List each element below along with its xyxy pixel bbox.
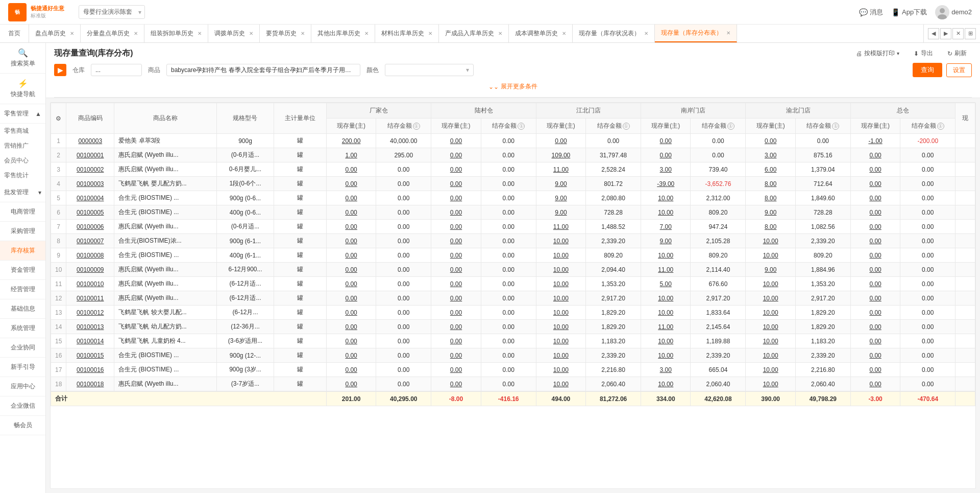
- tab-close-7[interactable]: ✕: [428, 31, 432, 36]
- table-cell: 罐: [274, 291, 327, 306]
- table-cell: 31,797.48: [586, 148, 641, 162]
- sidebar-item-system[interactable]: 系统管理: [0, 319, 45, 338]
- sidebar-item-appcenter[interactable]: 应用中心: [0, 377, 45, 396]
- sidebar-item-wholesale[interactable]: 批发管理 ▾: [0, 183, 45, 202]
- tab-close-3[interactable]: ✕: [198, 31, 202, 36]
- goods-input[interactable]: [166, 64, 360, 76]
- jb-amt-info-icon[interactable]: ①: [623, 123, 630, 130]
- setting-btn[interactable]: 设置: [946, 63, 972, 77]
- tab-prev-btn[interactable]: ◀: [928, 28, 939, 39]
- table-cell: 1,833.64: [691, 306, 746, 320]
- table-cell: 0.00: [376, 263, 431, 277]
- chevron-down-icon-color: ▾: [466, 66, 469, 74]
- tab-7[interactable]: 材料出库单历史 ✕: [375, 25, 439, 42]
- table-cell: 11: [51, 277, 66, 291]
- table-cell: 4: [51, 177, 66, 191]
- sidebar-item-collab[interactable]: 企业协同: [0, 338, 45, 358]
- filter-toggle-btn[interactable]: ▶: [54, 64, 66, 76]
- table-cell: 0.00: [326, 363, 376, 377]
- tab-close-6[interactable]: ✕: [364, 31, 369, 36]
- tab-3[interactable]: 组装拆卸单历史 ✕: [144, 25, 208, 42]
- expand-btn[interactable]: ⌄⌄ 展开更多条件: [488, 82, 537, 91]
- tab-5[interactable]: 要货单历史 ✕: [260, 25, 311, 42]
- table-cell: 6: [51, 205, 66, 220]
- table-cell: 295.00: [376, 148, 431, 162]
- tab-expand-btn[interactable]: ⊞: [965, 28, 976, 39]
- goods-label: 商品: [148, 66, 160, 75]
- search-btn[interactable]: 查询: [913, 63, 942, 77]
- table-cell: 罐: [274, 263, 327, 277]
- message-btn[interactable]: 💬 消息: [859, 8, 883, 17]
- table-cell: 0.00: [431, 205, 481, 220]
- user-avatar[interactable]: demo2: [935, 5, 972, 19]
- sidebar-item-inventory[interactable]: 库存核算: [0, 241, 45, 261]
- sidebar-item-retail-stats[interactable]: 零售统计: [0, 168, 45, 183]
- tab-8[interactable]: 产成品入库单历史 ✕: [439, 25, 509, 42]
- table-cell: 2,339.20: [795, 234, 850, 248]
- sidebar-item-finance[interactable]: 资金管理: [0, 261, 45, 280]
- ck-amt-info-icon[interactable]: ①: [413, 123, 420, 130]
- table-cell: 0.00: [431, 134, 481, 148]
- table-footer: 合计 201.00 40,295.00 -8.00 -416.16 494.00…: [51, 391, 975, 406]
- th-group-yb: 渝北门店: [746, 103, 850, 119]
- yb-amt-info-icon[interactable]: ①: [832, 123, 839, 130]
- print-btn[interactable]: 🖨 按模版打印 ▾: [851, 47, 904, 60]
- tab-close-1[interactable]: ✕: [70, 31, 74, 36]
- tab-close-5[interactable]: ✕: [301, 31, 305, 36]
- warehouse-input[interactable]: [91, 64, 142, 76]
- print-icon: 🖨: [856, 50, 862, 57]
- table-cell: 1,082.56: [795, 220, 850, 234]
- table-cell: 0.00: [376, 177, 431, 191]
- table-cell: 罐: [274, 148, 327, 162]
- total-amt-info-icon[interactable]: ①: [937, 123, 944, 130]
- sidebar-item-ops[interactable]: 经营管理: [0, 280, 45, 299]
- table-cell: 0.00: [850, 191, 900, 205]
- export-btn[interactable]: ⬇ 导出: [909, 47, 938, 60]
- table-cell: 1: [51, 134, 66, 148]
- table-cell: [955, 348, 975, 363]
- tab-home[interactable]: 首页: [0, 25, 29, 42]
- tab-1[interactable]: 盘点单历史 ✕: [29, 25, 81, 42]
- na-amt-info-icon[interactable]: ①: [727, 123, 734, 130]
- sidebar-item-wechat[interactable]: 企业微信: [0, 396, 45, 416]
- tab-4[interactable]: 调拨单历史 ✕: [208, 25, 260, 42]
- app-download-btn[interactable]: 📱 App下载: [891, 8, 927, 17]
- sidebar-item-retail-shop[interactable]: 零售商城: [0, 124, 45, 138]
- tab-next-btn[interactable]: ▶: [940, 28, 951, 39]
- sidebar-item-guide[interactable]: 新手引导: [0, 358, 45, 377]
- tab-close-8[interactable]: ✕: [498, 31, 502, 36]
- tab-10[interactable]: 现存量（库存状况表） ✕: [573, 25, 655, 42]
- sidebar-item-search[interactable]: 🔍 搜索英单: [0, 43, 45, 74]
- sidebar-item-member[interactable]: 会员中心: [0, 153, 45, 168]
- industry-select[interactable]: 母婴行业演示陈套 ▾: [79, 5, 145, 19]
- tab-close-11[interactable]: ✕: [726, 30, 730, 36]
- tab-close-all-btn[interactable]: ✕: [952, 28, 964, 39]
- tab-close-10[interactable]: ✕: [644, 31, 648, 36]
- table-cell: 10.00: [536, 277, 585, 291]
- table-cell: (6-12月适...: [216, 277, 274, 291]
- table-cell: 9.00: [746, 263, 795, 277]
- sidebar-item-retail[interactable]: 零售管理 ▲: [0, 104, 45, 124]
- tab-2[interactable]: 分量盘点单历史 ✕: [81, 25, 144, 42]
- color-input[interactable]: [389, 66, 466, 74]
- footer-yb-qty: 390.00: [746, 391, 795, 406]
- refresh-btn[interactable]: ↻ 刷新: [942, 47, 972, 60]
- tab-11[interactable]: 现存量（库存分布表） ✕: [655, 25, 737, 42]
- sidebar-item-marketing[interactable]: 营销推广: [0, 138, 45, 153]
- lc-amt-info-icon[interactable]: ①: [518, 123, 525, 130]
- tab-9[interactable]: 成本调整单历史 ✕: [509, 25, 573, 42]
- tab-close-2[interactable]: ✕: [134, 31, 138, 36]
- sidebar-item-vip[interactable]: 畅会员: [0, 416, 45, 435]
- tab-close-9[interactable]: ✕: [562, 31, 566, 36]
- tab-close-4[interactable]: ✕: [249, 31, 253, 36]
- tab-6[interactable]: 其他出库单历史 ✕: [311, 25, 375, 42]
- sidebar-item-quicknav[interactable]: ⚡ 快捷导航: [0, 74, 45, 104]
- sidebar-item-ecommerce[interactable]: 电商管理: [0, 202, 45, 222]
- sidebar-item-basic[interactable]: 基础信息: [0, 299, 45, 319]
- table-cell: 0.00: [481, 134, 536, 148]
- th-settings[interactable]: ⚙: [51, 103, 66, 134]
- table-cell: 875.16: [795, 148, 850, 162]
- table-cell: 0.00: [481, 320, 536, 334]
- sidebar-item-purchase[interactable]: 采购管理: [0, 222, 45, 241]
- table-row: 10000003爱他美 卓萃3段900g罐200.0040,000.000.00…: [51, 134, 975, 148]
